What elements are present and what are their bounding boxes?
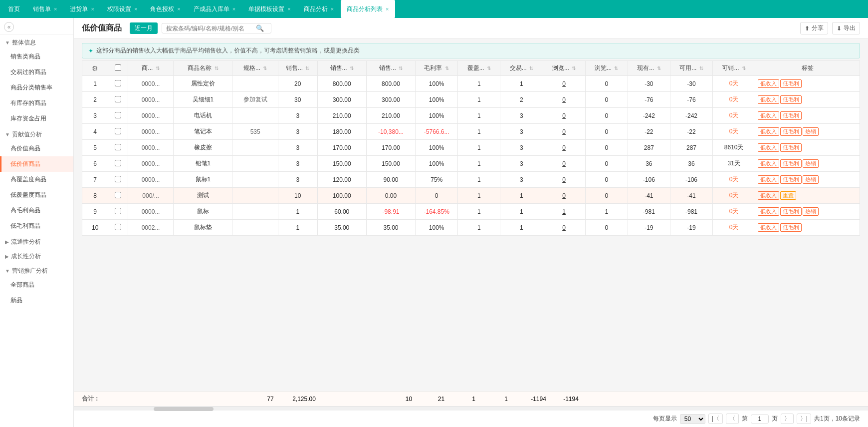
page-number-input[interactable] (751, 415, 769, 424)
cell-check[interactable] (108, 204, 128, 220)
sort-icon[interactable]: ⇅ (399, 65, 403, 71)
cell-view1[interactable]: 0 (543, 188, 585, 204)
view1-link[interactable]: 0 (562, 192, 566, 199)
cell-name[interactable]: 测试 (174, 188, 232, 204)
cell-view1[interactable]: 0 (543, 108, 585, 124)
sidebar-item-in-stock-products[interactable]: 有库存的商品 (0, 95, 73, 111)
gear-icon[interactable]: ⚙ (92, 64, 98, 72)
cell-check[interactable] (108, 92, 128, 108)
nav-product-warehousing[interactable]: 产成品入库单 × (188, 0, 241, 18)
horizontal-scrollbar[interactable] (74, 407, 868, 411)
sort-icon[interactable]: ⇅ (263, 65, 267, 71)
last-page-button[interactable]: 〉| (797, 414, 811, 424)
close-icon[interactable]: × (134, 6, 137, 12)
close-icon[interactable]: × (54, 6, 57, 12)
sidebar-section-contribution[interactable]: ▼ 贡献值分析 (0, 126, 73, 141)
cell-view1[interactable]: 0 (543, 124, 585, 140)
sidebar-section-growth[interactable]: ▶ 成长性分析 (0, 248, 73, 263)
nav-product-analysis[interactable]: 商品分析 × (298, 0, 340, 18)
cell-name[interactable]: 笔记本 (174, 124, 232, 140)
cell-check[interactable] (108, 172, 128, 188)
cell-check[interactable] (108, 108, 128, 124)
row-checkbox[interactable] (115, 192, 121, 198)
sidebar-item-traded-products[interactable]: 交易过的商品 (0, 64, 73, 80)
view1-link[interactable]: 0 (562, 176, 566, 183)
next-page-button[interactable]: 〉 (781, 414, 794, 424)
sidebar-section-overall[interactable]: ▼ 整体信息 (0, 34, 73, 49)
sort-icon[interactable]: ⇅ (572, 65, 576, 71)
view1-link[interactable]: 0 (562, 96, 566, 103)
cell-view1[interactable]: 0 (543, 92, 585, 108)
cell-name[interactable]: 吴细细1 (174, 92, 232, 108)
nav-purchase-order[interactable]: 进货单 × (64, 0, 100, 18)
row-checkbox[interactable] (115, 176, 121, 182)
row-checkbox[interactable] (115, 224, 121, 230)
sidebar-section-marketing[interactable]: ▼ 营销推广分析 (0, 263, 73, 277)
export-button[interactable]: ⬇ 导出 (832, 22, 860, 34)
row-checkbox[interactable] (115, 208, 121, 214)
sort-icon[interactable]: ⇅ (350, 65, 354, 71)
sidebar-item-low-coverage[interactable]: 低覆盖度商品 (0, 187, 73, 203)
sort-icon[interactable]: ⇅ (614, 65, 618, 71)
scrollbar-thumb[interactable] (154, 407, 214, 411)
cell-check[interactable] (108, 156, 128, 172)
sidebar-item-category-sales-rate[interactable]: 商品分类销售率 (0, 80, 73, 95)
cell-view1[interactable]: 0 (543, 140, 585, 156)
sort-icon[interactable]: ⇅ (215, 65, 218, 71)
cell-name[interactable]: 橡皮擦 (174, 140, 232, 156)
view1-link[interactable]: 0 (562, 112, 566, 119)
per-page-select[interactable]: 50 100 200 (680, 414, 705, 424)
sidebar-item-high-margin[interactable]: 高毛利商品 (0, 203, 73, 218)
sort-icon[interactable]: ⇅ (529, 65, 533, 71)
sidebar-item-new-products[interactable]: 新品 (0, 293, 73, 308)
sidebar-section-liquidity[interactable]: ▶ 流通性分析 (0, 234, 73, 248)
row-checkbox[interactable] (115, 144, 121, 150)
row-checkbox[interactable] (115, 96, 121, 102)
row-checkbox[interactable] (115, 128, 121, 134)
view1-link[interactable]: 0 (562, 144, 566, 151)
nav-role-auth[interactable]: 角色授权 × (144, 0, 186, 18)
sidebar-item-low-margin[interactable]: 低毛利商品 (0, 218, 73, 234)
sort-icon[interactable]: ⇅ (657, 65, 661, 71)
prev-page-button[interactable]: 〈 (726, 414, 739, 424)
close-icon[interactable]: × (232, 6, 235, 12)
nav-permission-settings[interactable]: 权限设置 × (101, 0, 143, 18)
sort-icon[interactable]: ⇅ (487, 65, 491, 71)
close-icon[interactable]: × (91, 6, 94, 12)
share-button[interactable]: ⬆ 分享 (800, 22, 828, 34)
cell-view1[interactable]: 0 (543, 76, 585, 92)
sidebar-item-all-products[interactable]: 全部商品 (0, 277, 73, 293)
sidebar-item-sales-products[interactable]: 销售类商品 (0, 49, 73, 64)
nav-product-analysis-list[interactable]: 商品分析列表 × (341, 0, 395, 18)
first-page-button[interactable]: |〈 (708, 414, 723, 424)
filter-recent-month-button[interactable]: 近一月 (130, 22, 158, 34)
cell-name[interactable]: 铅笔1 (174, 156, 232, 172)
cell-check[interactable] (108, 220, 128, 236)
search-input[interactable] (166, 25, 256, 32)
sort-icon[interactable]: ⇅ (305, 65, 309, 71)
sort-icon[interactable]: ⇅ (445, 65, 449, 71)
search-icon[interactable]: 🔍 (256, 24, 264, 32)
close-icon[interactable]: × (287, 6, 290, 12)
view1-link[interactable]: 0 (562, 128, 566, 135)
sidebar-item-high-value[interactable]: 高价值商品 (0, 141, 73, 156)
sidebar-item-high-coverage[interactable]: 高覆盖度商品 (0, 172, 73, 187)
close-icon[interactable]: × (177, 6, 180, 12)
sort-icon[interactable]: ⇅ (156, 65, 160, 71)
view1-link[interactable]: 0 (562, 224, 566, 231)
sort-icon[interactable]: ⇅ (699, 65, 703, 71)
sort-icon[interactable]: ⇅ (742, 65, 746, 71)
close-icon[interactable]: × (331, 6, 334, 12)
select-all-checkbox[interactable] (115, 64, 121, 71)
cell-name[interactable]: 鼠标垫 (174, 220, 232, 236)
cell-name[interactable]: 电话机 (174, 108, 232, 124)
nav-sales-order[interactable]: 销售单 × (27, 0, 63, 18)
cell-check[interactable] (108, 124, 128, 140)
cell-view1[interactable]: 0 (543, 156, 585, 172)
nav-home[interactable]: 首页 (2, 0, 26, 18)
row-checkbox[interactable] (115, 112, 121, 118)
sidebar-item-low-value[interactable]: 低价值商品 (0, 156, 73, 172)
col-header-gear[interactable]: ⚙ (82, 61, 108, 76)
col-header-check[interactable] (108, 61, 128, 76)
view1-link[interactable]: 1 (562, 208, 566, 215)
